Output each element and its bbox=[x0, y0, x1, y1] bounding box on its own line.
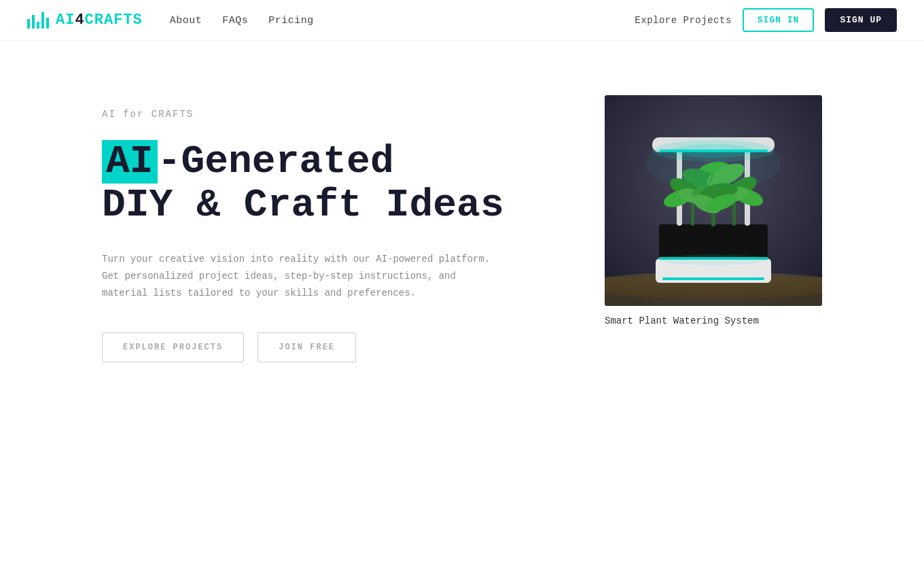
nav-link-about[interactable]: About bbox=[170, 15, 202, 27]
hero-content: AI for CRAFTS AI-Generated DIY & Craft I… bbox=[102, 95, 564, 362]
hero-title-ai: AI bbox=[102, 140, 158, 184]
nav-item-about[interactable]: About bbox=[170, 14, 202, 27]
nav-links: About FAQs Pricing bbox=[170, 14, 314, 27]
logo-bar-4 bbox=[41, 12, 44, 29]
svg-rect-6 bbox=[662, 277, 764, 280]
explore-projects-button[interactable]: EXPLORE PROJECTS bbox=[102, 332, 244, 362]
signin-button[interactable]: SIGN IN bbox=[743, 8, 815, 32]
logo-ai: AI bbox=[56, 12, 75, 29]
join-free-button[interactable]: JOIN FREE bbox=[257, 332, 356, 362]
logo-bar-3 bbox=[37, 22, 39, 29]
explore-projects-link[interactable]: Explore Projects bbox=[635, 15, 731, 26]
logo-number: 4 bbox=[75, 12, 84, 29]
signup-button[interactable]: SIGN UP bbox=[825, 8, 897, 32]
image-caption: Smart Plant Watering System bbox=[605, 315, 822, 326]
logo-icon bbox=[27, 12, 49, 29]
navigation: AI4CRAFTS About FAQs Pricing Explore Pro… bbox=[0, 0, 924, 41]
hero-section: AI for CRAFTS AI-Generated DIY & Craft I… bbox=[0, 41, 924, 417]
svg-point-33 bbox=[645, 136, 781, 190]
nav-item-faqs[interactable]: FAQs bbox=[222, 14, 248, 27]
hero-title: AI-Generated DIY & Craft Ideas bbox=[102, 140, 564, 227]
hero-image-area: Smart Plant Watering System bbox=[605, 95, 822, 326]
hero-image-svg bbox=[605, 95, 822, 306]
logo-text: AI4CRAFTS bbox=[56, 12, 143, 29]
logo-bar-5 bbox=[46, 18, 49, 29]
hero-description: Turn your creative vision into reality w… bbox=[102, 251, 496, 303]
logo-crafts: CRAFTS bbox=[85, 12, 143, 29]
hero-title-generated: -Generated bbox=[158, 139, 394, 184]
logo-bar-2 bbox=[32, 15, 35, 29]
logo[interactable]: AI4CRAFTS bbox=[27, 12, 143, 29]
nav-left: AI4CRAFTS About FAQs Pricing bbox=[27, 12, 314, 29]
hero-tag: AI for CRAFTS bbox=[102, 109, 564, 120]
nav-right: Explore Projects SIGN IN SIGN UP bbox=[635, 8, 897, 32]
nav-link-pricing[interactable]: Pricing bbox=[268, 15, 314, 27]
logo-bar-1 bbox=[27, 19, 30, 29]
svg-point-32 bbox=[659, 254, 768, 265]
hero-image-container bbox=[605, 95, 822, 306]
hero-buttons: EXPLORE PROJECTS JOIN FREE bbox=[102, 332, 564, 362]
hero-title-line2: DIY & Craft Ideas bbox=[102, 183, 504, 227]
nav-item-pricing[interactable]: Pricing bbox=[268, 14, 314, 27]
nav-link-faqs[interactable]: FAQs bbox=[222, 15, 248, 27]
